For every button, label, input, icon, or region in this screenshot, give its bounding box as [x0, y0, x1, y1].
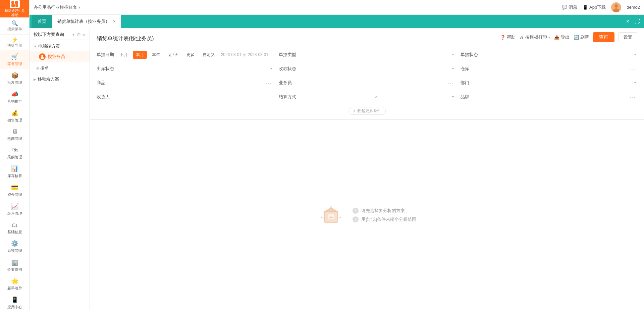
warehouse-label: 仓库: [461, 66, 477, 72]
tabbar: 首页 销货单统计表（按业务员） × × ⛶: [30, 15, 644, 28]
salesman-dropdown[interactable]: ···: [298, 78, 455, 88]
svg-point-6: [613, 8, 619, 12]
sidebar-item-finance[interactable]: 💳 资金管理: [0, 181, 29, 200]
goods-dropdown[interactable]: ···: [116, 78, 273, 88]
export-label: 导出: [561, 34, 570, 40]
date-btn-more[interactable]: 更多: [183, 51, 198, 59]
date-btn-last-month[interactable]: 上月: [117, 51, 131, 59]
sidebar-item-enterprise-label: 企业协同: [7, 267, 22, 272]
date-btn-7days[interactable]: 近7天: [165, 51, 181, 59]
tab-active[interactable]: 销货单统计表（按业务员） ×: [52, 15, 121, 28]
beginner-icon: 🌟: [11, 277, 18, 285]
brand-dropdown[interactable]: ···: [480, 92, 637, 102]
filter-item-receiver: 收货人 ···: [97, 92, 273, 102]
date-btn-custom[interactable]: 自定义: [200, 51, 218, 59]
sidebar-item-system[interactable]: ⚙️ 系统管理: [0, 237, 29, 256]
sidebar-item-inventory[interactable]: 📊 库存核算: [0, 162, 29, 181]
help-icon: ❓: [500, 35, 505, 40]
add-scheme-btn[interactable]: +: [72, 32, 75, 37]
main-area: 办公用品行业模拟账套 ▾ 💬 消息 📱 App下载 demo2: [30, 0, 644, 310]
date-bar: 上月 本月 本年 近7天 更多 自定义 2023-03-01 至 2023-03…: [117, 51, 273, 59]
doc-type-dropdown[interactable]: ▾: [299, 49, 455, 60]
appstore-icon: 📱: [11, 296, 18, 304]
collapse-panel-btn[interactable]: «: [83, 32, 86, 37]
warehouse-dots-icon: ···: [630, 66, 636, 71]
filter-item-warehouse: 仓库 ···: [461, 63, 637, 74]
active-tab-label: 销货单统计表（按业务员）: [57, 18, 110, 24]
date-btn-this-month[interactable]: 本月: [133, 51, 147, 59]
sidebar-item-appstore[interactable]: 📱 应用中心: [0, 294, 29, 310]
out-status-dropdown[interactable]: ▾: [117, 63, 273, 74]
collapse-btn[interactable]: ∧ 收起更多条件: [348, 107, 386, 115]
scheme-sub-header-order[interactable]: ⊞ 按单: [30, 63, 90, 73]
sidebar-quicknav[interactable]: ⚡ 快捷导航: [0, 35, 29, 50]
payment-status-arrow-icon: ▾: [452, 67, 454, 70]
payment-status-dropdown[interactable]: ▾: [299, 63, 455, 74]
sidebar-item-operations-label: 经营管理: [7, 211, 22, 216]
sidebar-item-wholesale[interactable]: 📦 批发管理: [0, 69, 29, 88]
refresh-btn[interactable]: 🔄 刷新: [574, 34, 589, 40]
app-logo[interactable]: 畅捷通好生意 标版: [0, 0, 30, 17]
topbar-message-btn[interactable]: 💬 消息: [562, 4, 577, 10]
sidebar-item-purchase[interactable]: 🛍 采购管理: [0, 144, 29, 162]
sidebar-quicknav-label: 快捷导航: [7, 43, 22, 48]
purchase-icon: 🛍: [12, 147, 18, 154]
filter-row-2: 出库状态 ▾ 收款状态 ▾ 仓库: [97, 63, 637, 74]
marketing-icon: 📣: [11, 91, 18, 98]
empty-tip-2: 2 用[过滤]条件来缩小分析范围: [353, 216, 416, 222]
sidebar-search[interactable]: 🔍 搜索菜单: [0, 17, 29, 35]
avatar[interactable]: [611, 2, 621, 12]
refresh-icon: 🔄: [574, 35, 579, 40]
sidebar-item-operations[interactable]: 📈 经营管理: [0, 200, 29, 219]
app-subtitle: 标版: [11, 13, 18, 17]
message-icon: 💬: [562, 5, 567, 10]
warehouse-dropdown[interactable]: ···: [480, 63, 637, 74]
export-btn[interactable]: 📤 导出: [554, 34, 570, 40]
sidebar-item-sales[interactable]: 💰 销售管理: [0, 107, 29, 125]
receiver-input[interactable]: [116, 92, 265, 102]
retail-icon: 🛒: [11, 53, 18, 60]
svg-rect-3: [15, 4, 18, 7]
date-label: 单据日期: [97, 52, 114, 58]
username-label[interactable]: demo2: [627, 5, 640, 10]
query-btn[interactable]: 查询: [593, 32, 614, 42]
sidebar-item-base[interactable]: 🗂 基础信息: [0, 219, 29, 237]
scheme-item-by-salesman[interactable]: 按业务员: [30, 51, 90, 62]
payment-method-dropdown[interactable]: ✕ ▾: [299, 92, 455, 102]
date-range-text: 2023-03-01 至 2023-03-31: [221, 52, 268, 58]
salesman-label: 业务员: [279, 80, 296, 86]
tab-home[interactable]: 首页: [32, 15, 52, 28]
sidebar-item-beginner[interactable]: 🌟 新手引导: [0, 275, 29, 294]
empty-tip-1: 1 请先选择要分析的方案: [353, 208, 416, 214]
breadcrumb-arrow-icon: ▾: [78, 5, 80, 10]
app-download-icon: 📱: [583, 5, 588, 10]
sidebar-item-ecommerce[interactable]: 🖥 电商管理: [0, 125, 29, 144]
sidebar-item-marketing[interactable]: 📣 营销推广: [0, 88, 29, 107]
sidebar-item-enterprise[interactable]: 🏢 企业协同: [0, 256, 29, 275]
scheme-group-mobile-header[interactable]: ▶ 移动端方案: [30, 74, 90, 84]
scheme-group-desktop-header[interactable]: ▼ 电脑端方案: [30, 41, 90, 51]
sidebar-item-retail[interactable]: 🛒 零售管理: [0, 50, 29, 69]
doc-status-arrow-icon: ▾: [634, 53, 636, 56]
sidebar-item-wholesale-label: 批发管理: [7, 80, 22, 85]
print-btn[interactable]: 🖨 按模板打印 ▾: [520, 34, 550, 40]
collapse-label: 收起更多条件: [357, 108, 381, 114]
fullscreen-btn[interactable]: ⛶: [633, 17, 641, 26]
settings-btn[interactable]: 设置: [619, 32, 637, 42]
help-btn[interactable]: ❓ 帮助: [500, 34, 516, 40]
tab-close-btn[interactable]: ×: [113, 19, 115, 24]
doc-status-dropdown[interactable]: ▾: [481, 49, 637, 60]
scheme-sub-label: 按单: [40, 65, 49, 71]
filter-item-out-status: 出库状态 ▾: [97, 63, 273, 74]
enterprise-icon: 🏢: [11, 259, 18, 266]
date-btn-this-year[interactable]: 本年: [149, 51, 163, 59]
out-status-arrow-icon: ▾: [270, 67, 272, 70]
topbar-app-download-btn[interactable]: 📱 App下载: [583, 4, 606, 10]
dept-dropdown[interactable]: ▾: [480, 78, 637, 88]
doc-type-arrow-icon: ▾: [452, 53, 454, 56]
breadcrumb-text: 办公用品行业模拟账套: [34, 4, 77, 10]
sidebar-item-ecommerce-label: 电商管理: [7, 136, 22, 141]
edit-scheme-btn[interactable]: ⊙: [77, 32, 81, 37]
close-tab-btn[interactable]: ×: [625, 17, 631, 26]
payment-method-clear-btn[interactable]: ✕: [375, 95, 378, 99]
